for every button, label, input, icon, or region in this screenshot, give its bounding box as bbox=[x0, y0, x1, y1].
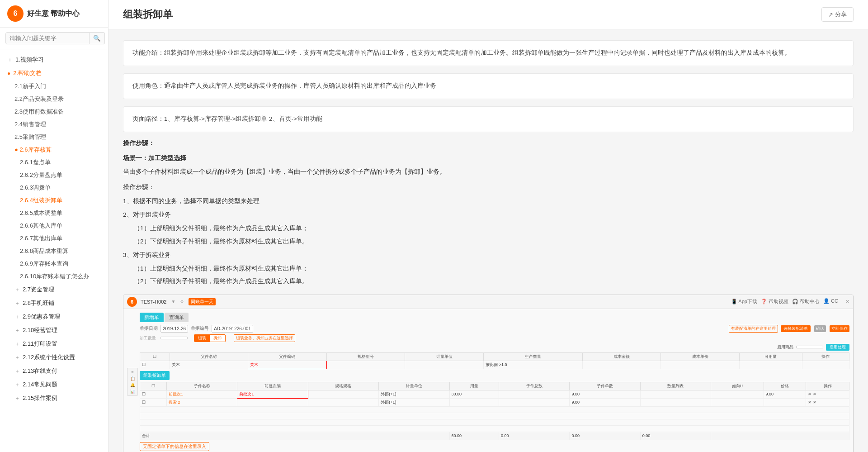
sidebar-item-2-7[interactable]: ＋ 2.7资金管理 bbox=[0, 283, 108, 296]
sidebar-label-2: 2.帮助文档 bbox=[13, 69, 42, 77]
sidebar-label-2-13: 2.13在线支付 bbox=[23, 367, 57, 375]
screenshot-close-icon: ✕ bbox=[845, 299, 849, 305]
screenshot-lower-table: ☐ 子件名称 前批次编 规格规格 计量单位 用量 子件总数 子件单数 数量列表 bbox=[140, 382, 849, 440]
screenshot-cell-spec bbox=[326, 361, 405, 369]
screenshot-cell-code: 关木 bbox=[248, 361, 327, 369]
screenshot-enable-input[interactable] bbox=[796, 346, 823, 348]
screenshot-lower-row-6 bbox=[140, 425, 849, 432]
screenshot-confirm-btn[interactable]: 确认 bbox=[814, 325, 826, 332]
screenshot-lr1-usage: 30.00 bbox=[449, 390, 499, 398]
screenshot-topnav: 📱 App下载 ❓ 帮助视频 🎧 帮助中心 👤 CC bbox=[731, 298, 838, 305]
sidebar-item-2-6-4[interactable]: 2.6.4组装拆卸单 bbox=[0, 194, 108, 207]
screenshot-th-parent-code: 父件编码 bbox=[248, 352, 327, 361]
screenshot-nav-apps: 📱 App下载 bbox=[731, 298, 757, 305]
steps-sub-heading: 操作步骤： bbox=[123, 182, 854, 193]
screenshot-qty-input[interactable] bbox=[160, 337, 188, 339]
screenshot-lr1-price: 9.00 bbox=[764, 390, 806, 398]
screenshot-cell-ops bbox=[802, 361, 849, 369]
screenshot-cell-qty: 按比例->1.0 bbox=[483, 361, 582, 369]
screenshot-block: 6 TEST-H002 ▼ ⚙ 同账单一天 📱 App下载 ❓ 帮助视频 🎧 帮… bbox=[123, 295, 854, 452]
plus-icon-2-11: ＋ bbox=[14, 340, 20, 348]
sidebar-item-2-6-10[interactable]: 2.6.10库存账本错了怎么办 bbox=[0, 270, 108, 283]
screenshot-tab-query[interactable]: 查询单 bbox=[165, 313, 189, 322]
sidebar-item-2-15[interactable]: ＋ 2.15操作案例 bbox=[0, 391, 108, 405]
screenshot-lr1-ops: ✕ ✕ bbox=[806, 390, 849, 398]
screenshot-lth-price: 价格 bbox=[764, 382, 806, 390]
sidebar-item-2-4[interactable]: 2.4销售管理 bbox=[0, 118, 108, 131]
content-header: 组装拆卸单 ↗ 分享 bbox=[108, 0, 868, 29]
plus-icon-2-8: ＋ bbox=[14, 300, 20, 307]
sidebar-item-2-6[interactable]: ● 2.6库存核算 bbox=[0, 143, 108, 156]
screenshot-lower-row-3 bbox=[140, 406, 849, 413]
sidebar-item-2-6-2[interactable]: 2.6.2分量盘点单 bbox=[0, 169, 108, 181]
sidebar-item-2-6-9[interactable]: 2.6.9库存账本查询 bbox=[0, 257, 108, 270]
content-body: 功能介绍：组装拆卸单用来处理企业组装或拆卸等加工业务，支持有固定装配清单的产品加… bbox=[108, 29, 868, 452]
step3-1: （1）上部明细为父件明细，最终作为原材料生成其它出库单； bbox=[134, 263, 854, 274]
sidebar-item-2-13[interactable]: ＋ 2.13在线支付 bbox=[0, 364, 108, 378]
sidebar-item-2-2[interactable]: 2.2产品安装及登录 bbox=[0, 93, 108, 105]
intro-text-1: 功能介绍：组装拆卸单用来处理企业组装或拆卸等加工业务，支持有固定装配清单的产品加… bbox=[132, 49, 791, 56]
screenshot-lr2-price bbox=[764, 398, 806, 406]
sidebar-item-2-6-7[interactable]: 2.6.7其他出库单 bbox=[0, 232, 108, 245]
plus-icon-2-9: ＋ bbox=[14, 313, 20, 321]
screenshot-upper-row-1: ☐ 关木 关木 按比例->1.0 bbox=[140, 361, 849, 369]
screenshot-lr2-list bbox=[640, 398, 711, 406]
screenshot-type-opt-2[interactable]: 拆卸 bbox=[210, 335, 225, 342]
screenshot-cell-check: ☐ bbox=[140, 361, 170, 369]
share-label: 分享 bbox=[835, 10, 847, 19]
screenshot-number-label: 单据编号 bbox=[191, 325, 209, 332]
screenshot-lr1-unit: 外部(+1) bbox=[379, 390, 449, 398]
sidebar-item-help-docs[interactable]: ● 2.帮助文档 bbox=[0, 67, 108, 80]
share-button[interactable]: ↗ 分享 bbox=[821, 7, 854, 22]
sidebar-item-2-6-8[interactable]: 2.6.8商品成本重算 bbox=[0, 245, 108, 257]
scene1-desc: 当由多个子件材料组装成一个成品的业务为【组装】业务，当由一个父件拆分成多个子产品… bbox=[123, 167, 854, 177]
sidebar-item-2-10[interactable]: ＋ 2.10经营管理 bbox=[0, 324, 108, 337]
sidebar-item-2-6-1[interactable]: 2.6.1盘点单 bbox=[0, 156, 108, 169]
screenshot-topbar: 6 TEST-H002 ▼ ⚙ 同账单一天 📱 App下载 ❓ 帮助视频 🎧 帮… bbox=[123, 295, 853, 309]
intro-block-2: 使用角色：通常由生产人员或库管人员完成拆装业务的操作，库管人员确认原材料的出库和… bbox=[123, 73, 854, 99]
screenshot-lth-batch: 前批次编 bbox=[237, 382, 308, 390]
screenshot-cell-avail bbox=[739, 361, 802, 369]
screenshot-lr2-unit: 外部(+1) bbox=[379, 398, 449, 406]
screenshot-tab-new[interactable]: 新增单 bbox=[140, 313, 164, 322]
sidebar-item-video-learning[interactable]: ＋ 1.视频学习 bbox=[0, 53, 108, 67]
sidebar-item-2-6-6[interactable]: 2.6.6其他入库单 bbox=[0, 219, 108, 232]
search-input[interactable] bbox=[5, 32, 90, 44]
plus-icon-1: ＋ bbox=[7, 56, 13, 64]
screenshot-left-icon-1: ≡ bbox=[131, 370, 133, 375]
screenshot-enable-label: 启用商品 bbox=[777, 344, 793, 350]
screenshot-enable-btn[interactable]: 启用处理 bbox=[826, 344, 849, 351]
sidebar-label-2-8: 2.8手机旺铺 bbox=[23, 299, 54, 307]
screenshot-footer-empty bbox=[711, 432, 849, 440]
screenshot-annotation-4: 无固定清单下的信息在这里录入 bbox=[140, 442, 209, 451]
screenshot-th-cost: 成本金额 bbox=[582, 352, 661, 361]
sidebar-item-2-5[interactable]: 2.5采购管理 bbox=[0, 131, 108, 143]
screenshot-lth-sub: 子件单数 bbox=[570, 382, 640, 390]
sidebar-item-2-11[interactable]: ＋ 2.11打印设置 bbox=[0, 337, 108, 351]
sidebar-item-2-9[interactable]: ＋ 2.9优惠券管理 bbox=[0, 310, 108, 324]
sidebar-item-2-6-3[interactable]: 2.6.3调拨单 bbox=[0, 181, 108, 194]
main-content: 组装拆卸单 ↗ 分享 功能介绍：组装拆卸单用来处理企业组装或拆卸等加工业务，支持… bbox=[108, 0, 868, 452]
screenshot-lr2-batch bbox=[237, 398, 308, 406]
sidebar-item-2-12[interactable]: ＋ 2.12系统个性化设置 bbox=[0, 351, 108, 364]
screenshot-lower-row-2: ☐ 搜索 2 外部(+1) 9.00 bbox=[140, 398, 849, 406]
sidebar-item-2-6-5[interactable]: 2.6.5成本调整单 bbox=[0, 207, 108, 219]
screenshot-left-icon-3: 🔔 bbox=[130, 383, 135, 387]
screenshot-dropdown-icon: ▼ bbox=[171, 299, 175, 304]
screenshot-lower-row-1: ☐ 前批次1 前批次1 外部(+1) 30.00 9.00 bbox=[140, 390, 849, 398]
screenshot-tabs: 新增单 查询单 bbox=[140, 313, 849, 322]
sidebar-item-2-1[interactable]: 2.1新手入门 bbox=[0, 80, 108, 93]
sidebar-item-2-14[interactable]: ＋ 2.14常见问题 bbox=[0, 378, 108, 391]
sidebar-item-2-8[interactable]: ＋ 2.8手机旺铺 bbox=[0, 296, 108, 310]
screenshot-type-opt-1[interactable]: 组装 bbox=[194, 335, 210, 342]
screenshot-save-btn[interactable]: 立即保存 bbox=[830, 325, 849, 332]
screenshot-orange-btn[interactable]: 选择装配清单 bbox=[781, 325, 811, 332]
search-button[interactable]: 🔍 bbox=[90, 32, 105, 44]
sidebar-header: 6 好生意 帮助中心 bbox=[0, 0, 108, 28]
screenshot-th-avail: 可用量 bbox=[739, 352, 802, 361]
screenshot-lr2-spec bbox=[308, 398, 378, 406]
screenshot-company: TEST-H002 bbox=[141, 299, 166, 305]
screenshot-nav-support: 🎧 帮助中心 bbox=[792, 298, 820, 305]
screenshot-lr2-sub: 9.00 bbox=[570, 398, 640, 406]
sidebar-item-2-3[interactable]: 2.3使用前数据准备 bbox=[0, 105, 108, 118]
